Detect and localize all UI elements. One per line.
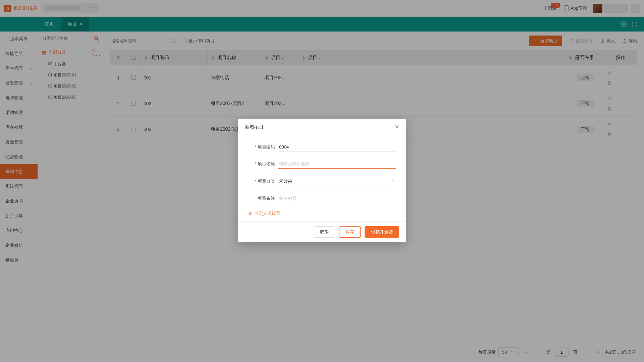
modal-title: 新增项目 [245, 124, 264, 130]
field-remark-label: 项目备注 [248, 195, 278, 201]
chevron-down-icon: ﹀ [391, 178, 395, 184]
field-name-input[interactable] [278, 159, 396, 169]
modal-save-new-button[interactable]: 保存并新增 [365, 226, 399, 238]
field-category-label: 项目分类 [248, 178, 278, 184]
custom-fields-link[interactable]: ⚙ 自定义项设置 [248, 210, 396, 217]
custom-fields-label: 自定义项设置 [254, 210, 280, 217]
modal-close-button[interactable]: ✕ [395, 124, 399, 130]
field-name-label: 项目名称 [248, 161, 278, 167]
gear-icon: ⚙ [248, 211, 252, 216]
field-code-label: 项目编码 [248, 144, 278, 150]
field-category-value: 未分类 [279, 178, 292, 184]
field-code-input[interactable] [278, 142, 396, 152]
field-category-select[interactable]: 未分类 ﹀ [278, 176, 396, 186]
new-project-modal: 新增项目 ✕ 项目编码 项目名称 项目分类 未分类 ﹀ [238, 119, 406, 242]
field-remark-input[interactable] [278, 194, 396, 203]
modal-cancel-button[interactable]: 取消 [314, 226, 335, 238]
modal-save-button[interactable]: 保存 [339, 226, 361, 238]
